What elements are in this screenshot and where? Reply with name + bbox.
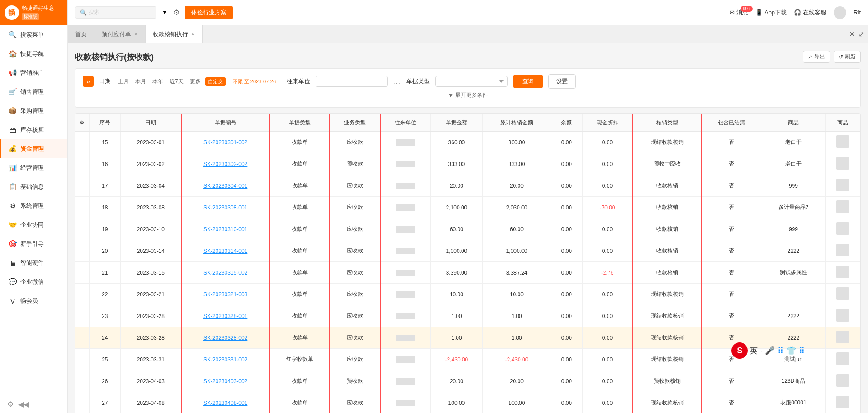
sidebar-item-basic[interactable]: 📋基础信息 [0,177,67,196]
cell-partner [380,132,430,153]
bill-no-link[interactable]: SK-20230314-001 [203,248,247,254]
user-avatar[interactable] [834,6,846,19]
col-date-header: 日期 [121,114,181,132]
tab-home[interactable]: 首页 [68,25,94,43]
col-goodsimg-header: 商品 [826,114,860,132]
sidebar-item-wechat[interactable]: 💬企业微信 [0,272,67,291]
date-custom-btn[interactable]: 自定义 [205,77,226,86]
cell-cashdiscount: -70.00 [582,197,632,218]
cell-goods-img [826,305,860,327]
date-thisyear-btn[interactable]: 本年 [151,77,165,86]
date-7days-btn[interactable]: 近7天 [168,77,185,86]
cell-balance: 0.00 [551,132,583,153]
partner-input[interactable] [316,76,388,87]
bill-no-link[interactable]: SK-20230302-002 [203,161,247,167]
brand-shirt-icon[interactable]: 👕 [786,346,796,356]
bill-no-link[interactable]: SK-20230304-001 [203,183,247,189]
bill-no-link[interactable]: SK-20230328-002 [203,335,247,341]
refresh-button[interactable]: ↺ 刷新 [834,51,861,63]
date-thismonth-btn[interactable]: 本月 [133,77,148,86]
cell-date: 2023-03-14 [121,240,181,262]
topbar-dropdown[interactable]: ▼ [162,9,168,16]
cell-goods-img [826,218,860,240]
expand-more-button[interactable]: ▼ 展开更多条件 [448,91,488,99]
online-service-button[interactable]: 🎧 在线客服 [794,9,826,17]
cell-billno: SK-20230310-001 [181,218,270,240]
col-balance-header: 余额 [551,114,583,132]
query-button[interactable]: 查询 [513,75,543,88]
sidebar-item-hardware[interactable]: 🖥智能硬件 [0,253,67,272]
cell-date: 2023-03-08 [121,197,181,218]
filter-settings-button[interactable]: 设置 [548,74,576,89]
expand-more-section: ▼ 展开更多条件 [83,89,853,102]
sidebar-item-purchase[interactable]: 📦采购管理 [0,101,67,120]
sidebar-icon-corp: 🤝 [9,221,17,229]
bill-no-link[interactable]: SK-20230408-001 [203,400,247,406]
cell-billtype: 收款单 [270,284,330,305]
cell-cashdiscount: 0.00 [582,132,632,153]
sidebar-item-marketing[interactable]: 📢营销推广 [0,63,67,82]
cell-partner [380,262,430,284]
message-button[interactable]: ✉ 消息 99+ [730,9,748,17]
tab-collection[interactable]: 收款核销执行 ✕ [146,25,203,43]
bill-no-link[interactable]: SK-20230321-003 [203,291,247,298]
cell-goods [761,284,826,305]
sidebar-item-guide[interactable]: 🎯新手引导 [0,234,67,253]
bill-no-link[interactable]: SK-20230301-002 [203,139,247,146]
tab-prepay-label: 预付应付单 [102,30,131,38]
app-download-button[interactable]: 📱 App下载 [755,9,787,17]
bill-no-link[interactable]: SK-20230315-002 [203,270,247,276]
page-actions: ↗ 导出 ↺ 刷新 [803,51,861,63]
cell-billtype: 收款单 [270,153,330,175]
data-table-container: ⚙ 序号 日期 单据编号 单据类型 业务类型 往来单位 单据金额 累计核销金额 … [75,113,861,413]
sidebar-item-quicknav[interactable]: 🏠快捷导航 [0,44,67,63]
collapse-icon[interactable]: ◀◀ [18,400,29,408]
brand-mic-icon[interactable]: 🎤 [765,346,775,356]
voucher-type-select[interactable] [435,76,508,87]
col-gear-header[interactable]: ⚙ [75,114,89,132]
cell-canceltype: 现结收款核销 [632,305,702,327]
topbar-search[interactable]: 🔍 搜索 [75,6,156,19]
cell-gear [75,132,89,153]
cell-goods-img [826,197,860,218]
brand-watermark: S 英 · 🎤 ⠿ 👕 ⠿ [731,342,805,359]
date-more-btn[interactable]: 更多 [188,77,203,86]
sidebar-item-finance[interactable]: 💰资金管理 [0,139,67,158]
sidebar-item-member[interactable]: V畅会员 [0,291,67,310]
cell-amount: 10.00 [430,284,482,305]
page-header: 收款核销执行(按收款) ↗ 导出 ↺ 刷新 [75,51,861,63]
tab-close-all-icon[interactable]: ✕ [849,30,855,38]
sidebar-item-corp[interactable]: 🤝企业协同 [0,215,67,234]
brand-apps-icon[interactable]: ⠿ [799,346,805,356]
bill-no-link[interactable]: SK-20230310-001 [203,226,247,233]
tab-expand-icon[interactable]: ⤢ [859,30,864,38]
tab-collection-close[interactable]: ✕ [191,31,195,37]
export-button[interactable]: ↗ 导出 [803,51,830,63]
sidebar-item-inventory[interactable]: 🗃库存核算 [0,120,67,139]
sidebar-item-operation[interactable]: 📊经营管理 [0,158,67,177]
sidebar-item-sales[interactable]: 🛒销售管理 [0,82,67,101]
cell-goods: 测试多属性 [761,262,826,284]
cell-includesettled: 否 [702,305,761,327]
sidebar-item-search[interactable]: 🔍搜索菜单 [0,25,67,44]
cell-partner [380,197,430,218]
cell-billtype: 收款单 [270,175,330,197]
cell-goods: 999 [761,175,826,197]
cell-amount: 1,000.00 [430,240,482,262]
settings-bottom-icon[interactable]: ⚙ [7,400,14,408]
bill-no-link[interactable]: SK-20230331-002 [203,356,247,363]
solution-button[interactable]: 体验行业方案 [185,6,233,19]
date-lastmonth-btn[interactable]: 上月 [116,77,131,86]
bill-no-link[interactable]: SK-20230403-002 [203,378,247,385]
sidebar-item-system[interactable]: ⚙系统管理 [0,196,67,215]
cell-date: 2023-03-04 [121,175,181,197]
brand-english-icon[interactable]: 英 [750,345,758,356]
bill-no-link[interactable]: SK-20230308-001 [203,204,247,211]
tab-prepay[interactable]: 预付应付单 ✕ [94,25,146,43]
username-label[interactable]: Rit [854,9,861,16]
brand-grid-icon[interactable]: ⠿ [778,346,783,356]
topbar-gear-icon[interactable]: ⚙ [173,8,179,17]
filter-toggle-button[interactable]: » [83,76,94,87]
bill-no-link[interactable]: SK-20230328-001 [203,313,247,319]
tab-prepay-close[interactable]: ✕ [134,31,138,37]
